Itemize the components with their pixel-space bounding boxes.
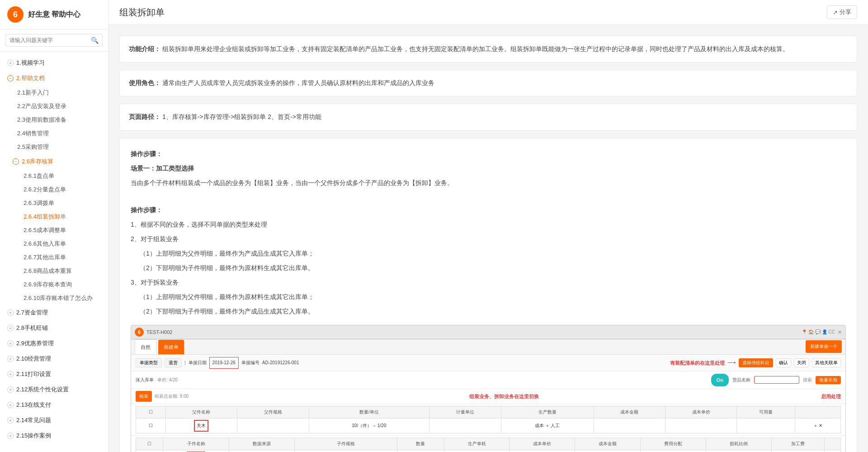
toggle-on[interactable]: On [711,374,729,386]
role-block: 使用角色： 通常由生产人员或库管人员完成拆装业务的操作，库管人员确认原材料的出库… [119,70,857,96]
role-text: 通常由生产人员或库管人员完成拆装业务的操作，库管人员确认原材料的出库和产成品的入… [162,79,434,86]
bth-fee-dist: 费用分配 [641,438,706,450]
inner-qty2: 组装总金额: 9.00 [155,392,189,401]
th-parent-spec: 父件规格 [237,406,309,418]
search-input[interactable] [9,37,91,43]
role-label: 使用角色： [129,79,160,86]
share-icon: ↗ [833,9,838,16]
inner-tab-self[interactable]: 自然 [135,339,156,354]
inner-date-val: 2019-12-26 [209,357,239,369]
step2-2: （2）下部明细为子件明细，最终作为原材料生成其它出库单。 [131,262,846,274]
ops-steps-title: 操作步骤： [131,206,162,214]
nav-item-2-14[interactable]: + 2.14常见问题 [0,413,108,428]
nav-subitem-2-6-1[interactable]: 2.6.1盘点单 [0,169,108,183]
inner-logo: 6 [135,328,144,337]
nav-item-2-7[interactable]: + 2.7资金管理 [0,305,108,320]
inner-btn-delete[interactable]: 退货 [165,358,182,367]
intro-label: 功能介绍： [129,45,160,52]
inner-search-label: 搜索 [803,376,812,385]
nav-tree: + 1.视频学习 − 2.帮助文档 2.1新手入门 2.2产品安装及登录 2.3… [0,52,108,452]
inner-batch-add-btn[interactable]: 批量添加 [816,376,841,384]
inner-top-table: ☐ 父件名称 父件规格 数量/单位 计量单位 生产数量 成本金额 成本单价 可用… [136,406,841,433]
plus-icon-2-9: + [7,340,14,347]
inner-goods-input[interactable] [754,376,799,384]
inner-arrow-1: ⟶ [727,357,736,369]
inner-qty-label: 张入库单 [136,376,154,385]
plus-icon-2-13: + [7,402,14,408]
nav-subitem-2-6-9[interactable]: 2.6.9库存账本查询 [0,278,108,291]
th-checkbox: ☐ [136,406,166,418]
step3-1: （1）上部明细为父件明细，最终作为原材料生成其它出库单； [131,290,846,303]
nav-subitem-2-4[interactable]: 2.4销售管理 [0,127,108,140]
steps-block: 操作步骤： 场景一：加工类型选择 当由多个子件材料组装成一个成品的业务为【组装】… [119,138,857,452]
nav-subitem-2-6-5[interactable]: 2.6.5成本调整单 [0,224,108,237]
search-area: 🔍 [0,29,108,52]
scenario1-desc: 当由多个子件材料组装成一个成品的业务为【组装】业务，当由一个父件拆分成多个子产品… [131,176,846,189]
th-measure: 计量单位 [429,406,501,418]
nav-item-2-15[interactable]: + 2.15操作案例 [0,428,108,443]
nav-item-2-9[interactable]: + 2.9优惠券管理 [0,336,108,351]
th-prod-qty: 生产数量 [501,406,594,418]
bth-cost-amt: 成本金额 [575,438,641,450]
nav-subitem-2-6-8[interactable]: 2.6.8商品成本重算 [0,264,108,278]
plus-icon-2-14: + [7,417,14,423]
nav-subitem-2-3[interactable]: 2.3使用前数据准备 [0,113,108,127]
bth-checkbox: ☐ [136,438,163,450]
top-table-row-1: ☐ 关木 10/（件）→ 1/20 成本 ＋ 人工 ＋ ✕ [136,418,841,433]
intro-block: 功能介绍： 组装拆卸单用来处理企业组装或拆卸等加工业务，支持有固定装配清单的产品… [119,36,857,62]
nav-item-2[interactable]: − 2.帮助文档 [0,71,108,86]
inner-field1: 单价: 4/20 [157,376,178,385]
content-area: 功能介绍： 组装拆卸单用来处理企业组装或拆卸等加工业务，支持有固定装配清单的产品… [108,25,868,452]
inner-confirm-btn[interactable]: 确认 [776,358,791,367]
th-qty-unit: 数量/单位 [309,406,429,418]
nav-item-2-11[interactable]: + 2.11打印设置 [0,366,108,382]
btable-row-1: 1 图纸 1 （件）←（件） 30.00 3.00 89.00 0.00 [136,450,841,452]
nav-subitem-2-5[interactable]: 2.5采购管理 [0,140,108,154]
scenario1-title: 场景一：加工类型选择 [131,165,194,172]
step2: 2、对于组装业务 [131,233,846,245]
search-box[interactable]: 🔍 [5,34,103,47]
nav-subitem-2-2[interactable]: 2.2产品安装及登录 [0,100,108,113]
step1: 1、根据不同的业务，选择不同单据的类型来处理 [131,218,846,231]
bth-unit-consume: 生产单耗 [444,438,509,450]
inner-separator-1: | [184,358,186,367]
nav-subitem-2-6-3[interactable]: 2.6.3调拨单 [0,196,108,210]
plus-icon-2-11: + [7,371,14,377]
inner-annotation-1: 有装配清单的在这里处理 [670,358,725,368]
bth-spec: 子件规格 [294,438,397,450]
nav-item-2-13[interactable]: + 2.13在线支付 [0,397,108,413]
path-label: 页面路径： [129,113,160,120]
inner-close-btn[interactable]: 关闭 [794,358,809,367]
inner-relate-btn[interactable]: 其他关联单 [812,358,841,367]
nav-subitem-2-6-2[interactable]: 2.6.2分量盘点单 [0,183,108,196]
page-title: 组装拆卸单 [119,6,165,19]
nav-item-2-12[interactable]: + 2.12系统个性化设置 [0,382,108,397]
inner-close-icon[interactable]: ✕ [838,327,842,337]
nav-item-1[interactable]: + 1.视频学习 [0,55,108,71]
intro-text: 组装拆卸单用来处理企业组装或拆卸等加工业务，支持有固定装配清单的产品加工业务，也… [162,45,789,52]
nav-subitem-2-1[interactable]: 2.1新手入门 [0,86,108,100]
nav-subitem-2-6-7[interactable]: 2.6.7其他出库单 [0,251,108,264]
nav-item-2-8[interactable]: + 2.8手机旺铺 [0,320,108,336]
inner-btn-save[interactable]: 单据类型 [136,358,162,367]
nav-item-2-6[interactable]: − 2.6库存核算 [0,154,108,169]
nav-subitem-2-6-6[interactable]: 2.6.6其他入库单 [0,237,108,251]
ops-title: 操作步骤： [131,150,162,157]
inner-assemble-btn[interactable]: 组装 [136,391,152,402]
search-icon[interactable]: 🔍 [91,37,99,44]
nav-item-2-10[interactable]: + 2.10经营管理 [0,351,108,366]
bth-ops [825,438,841,450]
inner-tab-new[interactable]: 新建单 [158,340,184,354]
nav-subitem-2-6-10[interactable]: 2.6.10库存账本错了怎么办 [0,291,108,305]
inner-num-val: AD-20191226-001 [262,358,299,367]
inner-app-title: TEST-H002 [146,327,172,337]
inner-orange-btn[interactable]: 选择传统科目 [739,358,773,367]
th-ops [795,406,840,418]
top-bar: 组装拆卸单 ↗ 分享 [108,0,868,25]
share-button[interactable]: ↗ 分享 [827,5,857,19]
minus-icon-2: − [7,75,14,81]
th-parent-name: 父件名称 [165,406,237,418]
inner-add-btn[interactable]: 新建单据一个 [806,340,842,353]
nav-subitem-2-6-4[interactable]: 2.6.4组装拆卸单 [0,210,108,224]
plus-icon-2-8: + [7,325,14,331]
